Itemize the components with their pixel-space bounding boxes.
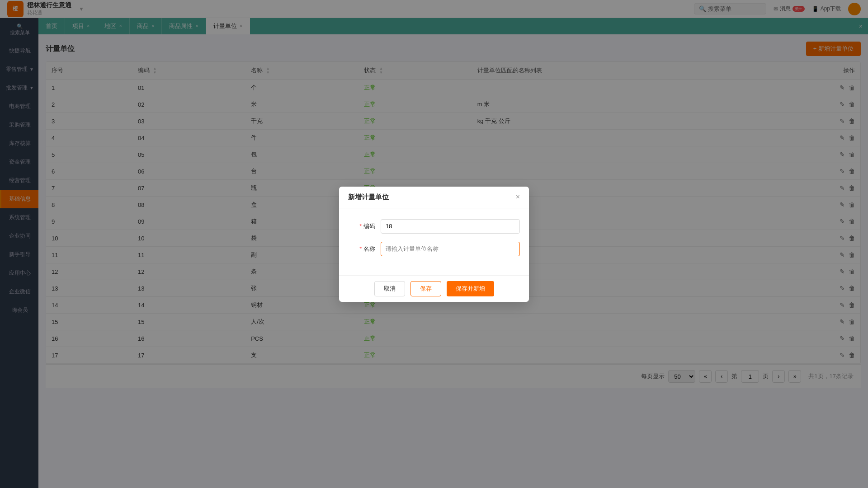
modal-header: 新增计量单位 × <box>339 187 529 208</box>
name-input[interactable] <box>381 242 520 256</box>
add-unit-modal: 新增计量单位 × * 编码 * 名称 取消 保存 保存并新增 <box>339 187 529 302</box>
name-label: * 名称 <box>348 245 375 253</box>
modal-body: * 编码 * 名称 <box>339 208 529 275</box>
modal-close-btn[interactable]: × <box>516 193 520 201</box>
save-button[interactable]: 保存 <box>410 281 441 296</box>
save-and-new-button[interactable]: 保存并新增 <box>447 281 494 296</box>
modal-title: 新增计量单位 <box>348 193 389 202</box>
form-row-code: * 编码 <box>348 219 520 234</box>
code-input[interactable] <box>381 219 520 234</box>
modal-overlay: 新增计量单位 × * 编码 * 名称 取消 保存 保存并新增 <box>0 0 868 488</box>
cancel-button[interactable]: 取消 <box>374 281 405 296</box>
modal-footer: 取消 保存 保存并新增 <box>339 275 529 302</box>
form-row-name: * 名称 <box>348 242 520 256</box>
code-label: * 编码 <box>348 222 375 230</box>
